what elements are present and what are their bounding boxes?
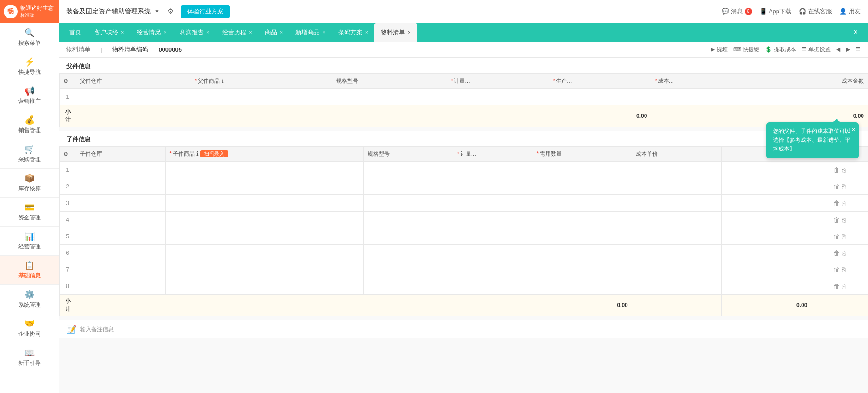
table-settings-icon[interactable]: ⚙ — [63, 78, 68, 85]
child-cell-qty-6[interactable] — [533, 245, 632, 261]
child-cell-unit-4[interactable] — [453, 212, 533, 228]
child-cell-qty-1[interactable] — [533, 162, 632, 178]
child-cell-unitcost-1[interactable] — [632, 162, 721, 178]
child-cell-unit-2[interactable] — [453, 178, 533, 195]
nav-prev-btn[interactable]: ◀ — [836, 46, 840, 53]
tab-close-biz_history[interactable]: × — [249, 30, 252, 35]
child-cell-warehouse-2[interactable] — [76, 178, 166, 195]
parent-cell-cost-1[interactable] — [651, 89, 753, 105]
tab-close-barcode[interactable]: × — [365, 30, 368, 35]
child-cell-qty-7[interactable] — [533, 261, 632, 278]
delete-btn-4[interactable]: 🗑 — [833, 216, 840, 224]
child-cell-product-8[interactable] — [166, 278, 364, 295]
child-cell-amount-6[interactable] — [722, 245, 811, 261]
child-cell-amount-5[interactable] — [722, 228, 811, 245]
child-cell-qty-3[interactable] — [533, 195, 632, 212]
child-cell-spec-3[interactable] — [363, 195, 453, 212]
tab-close-profit[interactable]: × — [206, 30, 209, 35]
child-cell-qty-8[interactable] — [533, 278, 632, 295]
nav-tab-home[interactable]: 首页 — [63, 23, 88, 42]
nav-next-btn[interactable]: ▶ — [846, 46, 850, 53]
copy-btn-8[interactable]: ⎘ — [842, 283, 845, 290]
tab-close-customers[interactable]: × — [121, 30, 124, 35]
parent-cell-unit-1[interactable] — [447, 89, 549, 105]
child-cell-product-6[interactable] — [166, 245, 364, 261]
tooltip-close-btn[interactable]: × — [851, 125, 855, 135]
tab-close-bom[interactable]: × — [408, 30, 410, 35]
nav-tab-profit[interactable]: 利润报告× — [173, 23, 216, 42]
child-cell-unitcost-4[interactable] — [632, 212, 721, 228]
child-cell-warehouse-1[interactable] — [76, 162, 166, 178]
support-btn[interactable]: 🎧 在线客服 — [799, 7, 832, 16]
child-cell-unit-8[interactable] — [453, 278, 533, 295]
parent-cell-production-1[interactable] — [549, 89, 651, 105]
app-download-btn[interactable]: 📱 App下载 — [760, 7, 791, 16]
nav-tab-biz_history[interactable]: 经营历程× — [216, 23, 258, 42]
sidebar-item-basic[interactable]: 📋基础信息 — [0, 256, 59, 285]
message-btn[interactable]: 💬 消息 6 — [722, 7, 752, 16]
sidebar-item-marketing[interactable]: 📢营销推广 — [0, 81, 59, 110]
child-cell-unit-1[interactable] — [453, 162, 533, 178]
trial-button[interactable]: 体验行业方案 — [181, 5, 230, 18]
child-cell-amount-2[interactable] — [722, 178, 811, 195]
delete-btn-2[interactable]: 🗑 — [833, 183, 840, 190]
user-btn[interactable]: 👤 用友 — [839, 7, 861, 16]
child-cell-qty-2[interactable] — [533, 178, 632, 195]
child-cell-qty-4[interactable] — [533, 212, 632, 228]
copy-btn-6[interactable]: ⎘ — [842, 249, 845, 257]
scan-input-btn[interactable]: 扫码录入 — [200, 150, 228, 157]
child-cell-amount-3[interactable] — [722, 195, 811, 212]
parent-cell-spec-1[interactable] — [332, 89, 447, 105]
tab-close-new_product[interactable]: × — [322, 30, 325, 35]
copy-btn-1[interactable]: ⎘ — [842, 166, 845, 174]
child-cell-amount-8[interactable] — [722, 278, 811, 295]
child-cell-unitcost-6[interactable] — [632, 245, 721, 261]
child-cell-spec-8[interactable] — [363, 278, 453, 295]
copy-btn-3[interactable]: ⎘ — [842, 200, 845, 207]
gear-icon[interactable]: ⚙ — [167, 7, 174, 16]
child-cell-spec-2[interactable] — [363, 178, 453, 195]
parent-cell-warehouse-1[interactable] — [76, 89, 191, 105]
child-cell-unitcost-8[interactable] — [632, 278, 721, 295]
child-cell-product-5[interactable] — [166, 228, 364, 245]
sidebar-item-guide[interactable]: 📖新手引导 — [0, 343, 59, 372]
sidebar-item-finance[interactable]: 💳资金管理 — [0, 198, 59, 227]
child-cell-spec-1[interactable] — [363, 162, 453, 178]
child-table-settings-icon[interactable]: ⚙ — [63, 151, 68, 157]
delete-btn-8[interactable]: 🗑 — [833, 283, 840, 290]
tab-close-operation_status[interactable]: × — [163, 30, 166, 35]
child-cell-amount-4[interactable] — [722, 212, 811, 228]
child-cell-product-1[interactable] — [166, 162, 364, 178]
close-all-tabs-btn[interactable]: × — [847, 23, 864, 42]
child-cell-unit-5[interactable] — [453, 228, 533, 245]
delete-btn-3[interactable]: 🗑 — [833, 200, 840, 207]
child-cell-warehouse-5[interactable] — [76, 228, 166, 245]
parent-cell-product-1[interactable] — [191, 89, 332, 105]
child-cell-unitcost-3[interactable] — [632, 195, 721, 212]
child-cell-product-2[interactable] — [166, 178, 364, 195]
child-cell-spec-7[interactable] — [363, 261, 453, 278]
child-cell-product-4[interactable] — [166, 212, 364, 228]
sidebar-item-collab[interactable]: 🤝企业协同 — [0, 314, 59, 343]
nav-tab-bom[interactable]: 物料清单× — [374, 23, 417, 42]
view-btn[interactable]: ▶ 视频 — [711, 46, 728, 54]
nav-tab-products[interactable]: 商品× — [259, 23, 289, 42]
child-cell-warehouse-8[interactable] — [76, 278, 166, 295]
nav-tab-barcode[interactable]: 条码方案× — [332, 23, 374, 42]
child-cell-spec-4[interactable] — [363, 212, 453, 228]
child-cell-unit-7[interactable] — [453, 261, 533, 278]
tab-close-products[interactable]: × — [280, 30, 283, 35]
grid-view-btn[interactable]: ☰ — [856, 46, 861, 53]
doc-settings-btn[interactable]: ☰ 单据设置 — [802, 46, 831, 54]
child-cell-unitcost-2[interactable] — [632, 178, 721, 195]
child-cell-product-7[interactable] — [166, 261, 364, 278]
nav-tab-customers[interactable]: 客户联络× — [88, 23, 130, 42]
sidebar-item-quicknav[interactable]: ⚡快捷导航 — [0, 52, 59, 81]
note-hint[interactable]: 输入备注信息 — [80, 326, 114, 333]
child-cell-qty-5[interactable] — [533, 228, 632, 245]
child-cell-warehouse-7[interactable] — [76, 261, 166, 278]
copy-btn-2[interactable]: ⎘ — [842, 183, 845, 190]
copy-btn-7[interactable]: ⎘ — [842, 266, 845, 273]
child-cell-amount-7[interactable] — [722, 261, 811, 278]
sidebar-item-purchase[interactable]: 🛒采购管理 — [0, 139, 59, 169]
